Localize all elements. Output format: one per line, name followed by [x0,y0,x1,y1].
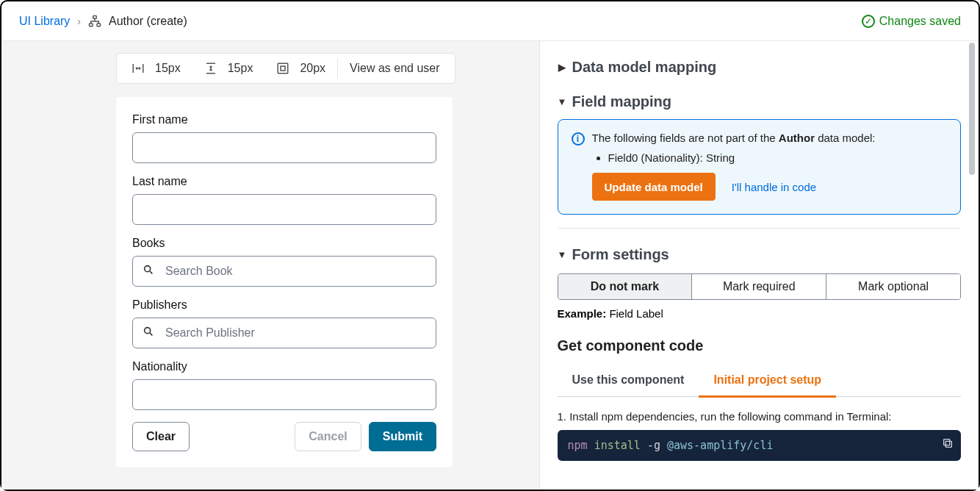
missing-field-item: Field0 (Nationality): String [608,151,948,164]
svg-rect-1 [90,24,93,26]
publishers-search-input[interactable] [132,318,436,348]
check-circle-icon: ✓ [862,15,875,28]
field-mapping-infobox: i The following fields are not part of t… [558,119,962,215]
horizontal-gap-control[interactable]: 15px [120,54,192,83]
chevron-right-icon: › [77,15,81,27]
last-name-input[interactable] [132,194,436,225]
scrollbar-track[interactable] [967,43,977,487]
spacing-toolbar: 15px 15px 20px View as end user [116,53,455,84]
svg-rect-0 [93,15,97,18]
scrollbar-thumb[interactable] [969,43,975,175]
svg-rect-8 [944,440,950,445]
vertical-gap-icon [204,62,217,75]
svg-rect-7 [945,441,951,447]
breadcrumb: UI Library › Author (create) [19,15,187,28]
breadcrumb-root-link[interactable]: UI Library [19,15,70,28]
info-message: The following fields are not part of the… [592,132,876,144]
vertical-gap-value: 15px [228,62,253,75]
padding-value: 20px [300,62,325,75]
data-model-mapping-header[interactable]: ▶ Data model mapping [558,54,962,80]
expanded-triangle-icon: ▼ [558,249,566,260]
first-name-label: First name [132,113,436,126]
search-icon [143,264,154,279]
clear-button[interactable]: Clear [132,422,190,451]
seg-mark-optional[interactable]: Mark optional [826,274,960,299]
get-component-code-heading: Get component code [558,337,962,354]
cancel-button[interactable]: Cancel [295,422,361,451]
section-divider [558,228,962,229]
data-model-mapping-title: Data model mapping [572,59,717,76]
collapsed-triangle-icon: ▶ [558,62,566,73]
horizontal-gap-value: 15px [155,62,181,75]
padding-control[interactable]: 20px [264,54,337,83]
nationality-input[interactable] [132,379,436,410]
vertical-gap-control[interactable]: 15px [192,54,265,83]
search-icon [143,326,154,340]
padding-icon [276,62,289,75]
terminal-command-block: npm install -g @aws-amplify/cli [558,430,962,461]
seg-mark-required[interactable]: Mark required [692,274,826,299]
svg-point-5 [145,266,151,272]
first-name-input[interactable] [132,132,436,163]
tab-use-this-component[interactable]: Use this component [558,365,699,396]
info-icon: i [572,132,585,146]
form-settings-header[interactable]: ▼ Form settings [558,242,962,268]
seg-do-not-mark[interactable]: Do not mark [558,274,693,299]
mark-segmented-control: Do not mark Mark required Mark optional [558,273,962,300]
example-row: Example: Field Label [558,307,962,320]
last-name-label: Last name [132,175,436,188]
form-card: First name Last name Books [116,97,453,467]
field-mapping-title: Field mapping [572,93,672,110]
view-as-end-user-button[interactable]: View as end user [338,54,451,83]
update-data-model-button[interactable]: Update data model [592,173,716,201]
expanded-triangle-icon: ▼ [558,96,566,107]
publishers-label: Publishers [132,298,436,312]
inspector-pane: ▶ Data model mapping ▼ Field mapping i T… [539,41,979,490]
books-search-input[interactable] [132,256,436,287]
save-status: ✓ Changes saved [862,15,961,28]
save-status-text: Changes saved [879,15,961,28]
nationality-label: Nationality [132,360,436,373]
breadcrumb-current: Author (create) [109,15,187,28]
svg-point-6 [145,328,151,334]
form-settings-title: Form settings [572,246,669,263]
svg-rect-2 [97,24,101,26]
svg-rect-3 [278,63,289,74]
books-label: Books [132,237,436,250]
topbar: UI Library › Author (create) ✓ Changes s… [1,1,979,41]
view-as-label: View as end user [350,62,439,75]
handle-in-code-link[interactable]: I'll handle in code [732,181,816,193]
canvas-pane: 15px 15px 20px View as end user [1,41,539,490]
setup-step-1-text: 1. Install npm dependencies, run the fol… [558,410,962,423]
code-tabs: Use this component Initial project setup [558,365,962,397]
component-tree-icon [88,15,101,28]
svg-rect-4 [281,66,285,71]
tab-initial-project-setup[interactable]: Initial project setup [699,365,836,398]
copy-icon[interactable] [942,437,954,452]
field-mapping-header[interactable]: ▼ Field mapping [558,89,962,115]
submit-button[interactable]: Submit [369,422,436,451]
horizontal-gap-icon [131,62,145,75]
